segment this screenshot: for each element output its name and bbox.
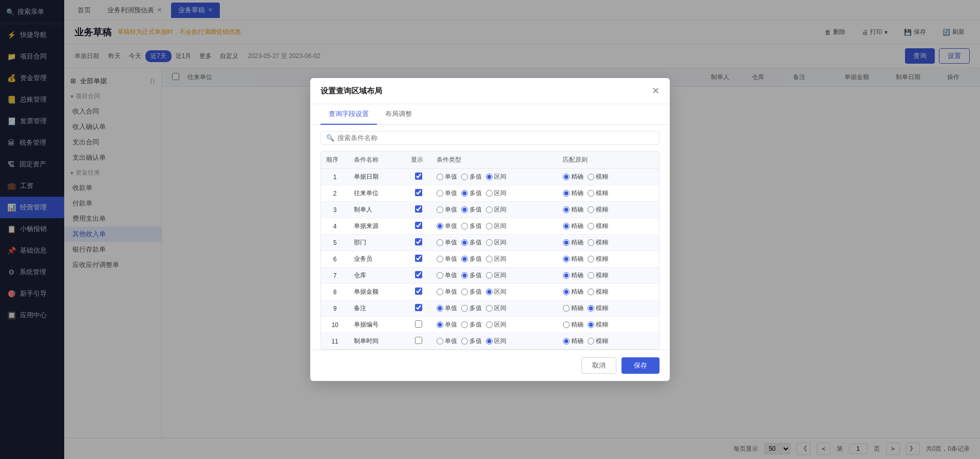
show-checkbox-10[interactable]	[415, 320, 422, 328]
type-radio-区间-3[interactable]: 区间	[486, 205, 506, 214]
type-radio-区间-1[interactable]: 区间	[486, 173, 506, 181]
modal-save-button[interactable]: 保存	[621, 357, 659, 374]
type-radio-单值-5[interactable]: 单值	[437, 238, 457, 247]
match-radio-精确-3[interactable]: 精确	[563, 205, 583, 214]
row-match-7[interactable]: 精确模糊	[558, 267, 659, 284]
row-match-3[interactable]: 精确模糊	[558, 202, 659, 218]
row-match-5[interactable]: 精确模糊	[558, 235, 659, 251]
row-match-9[interactable]: 精确模糊	[558, 300, 659, 317]
match-radio-模糊-9[interactable]: 模糊	[588, 304, 608, 313]
match-radio-精确-8[interactable]: 精确	[563, 288, 583, 296]
row-match-4[interactable]: 精确模糊	[558, 218, 659, 235]
type-radio-单值-1[interactable]: 单值	[437, 173, 457, 181]
type-radio-多值-5[interactable]: 多值	[461, 238, 482, 247]
row-type-11[interactable]: 单值多值区间	[431, 333, 558, 350]
type-radio-单值-6[interactable]: 单值	[437, 255, 457, 263]
row-show-7[interactable]	[406, 267, 431, 284]
match-radio-精确-9[interactable]: 精确	[563, 304, 583, 313]
match-radio-精确-2[interactable]: 精确	[563, 189, 583, 198]
type-radio-单值-4[interactable]: 单值	[437, 222, 457, 231]
show-checkbox-3[interactable]	[415, 205, 422, 213]
row-show-9[interactable]	[406, 300, 431, 317]
modal-tab-layout[interactable]: 布局调整	[377, 104, 420, 125]
row-type-10[interactable]: 单值多值区间	[431, 317, 558, 333]
type-radio-多值-10[interactable]: 多值	[461, 320, 482, 329]
row-match-8[interactable]: 精确模糊	[558, 284, 659, 300]
modal-tab-query-fields[interactable]: 查询字段设置	[321, 104, 377, 125]
type-radio-区间-5[interactable]: 区间	[486, 238, 506, 247]
show-checkbox-6[interactable]	[415, 255, 422, 262]
row-match-10[interactable]: 精确模糊	[558, 317, 659, 333]
type-radio-区间-6[interactable]: 区间	[486, 255, 506, 263]
row-type-4[interactable]: 单值多值区间	[431, 218, 558, 235]
row-type-5[interactable]: 单值多值区间	[431, 235, 558, 251]
modal-close-button[interactable]: ✕	[652, 85, 659, 97]
type-radio-单值-10[interactable]: 单值	[437, 320, 457, 329]
row-match-6[interactable]: 精确模糊	[558, 251, 659, 267]
match-radio-精确-4[interactable]: 精确	[563, 222, 583, 231]
match-radio-精确-11[interactable]: 精确	[563, 337, 583, 346]
show-checkbox-11[interactable]	[415, 337, 422, 344]
match-radio-模糊-5[interactable]: 模糊	[588, 238, 608, 247]
row-show-2[interactable]	[406, 185, 431, 202]
show-checkbox-5[interactable]	[415, 238, 422, 245]
match-radio-模糊-6[interactable]: 模糊	[588, 255, 608, 263]
row-match-1[interactable]: 精确模糊	[558, 169, 659, 185]
row-type-6[interactable]: 单值多值区间	[431, 251, 558, 267]
row-type-9[interactable]: 单值多值区间	[431, 300, 558, 317]
show-checkbox-8[interactable]	[415, 288, 422, 295]
row-type-3[interactable]: 单值多值区间	[431, 202, 558, 218]
row-match-11[interactable]: 精确模糊	[558, 333, 659, 350]
match-radio-模糊-1[interactable]: 模糊	[588, 173, 608, 181]
match-radio-精确-5[interactable]: 精确	[563, 238, 583, 247]
modal-search-input[interactable]	[337, 134, 654, 142]
type-radio-多值-6[interactable]: 多值	[461, 255, 482, 263]
row-type-2[interactable]: 单值多值区间	[431, 185, 558, 202]
type-radio-多值-9[interactable]: 多值	[461, 304, 482, 313]
match-radio-模糊-10[interactable]: 模糊	[588, 320, 608, 329]
type-radio-多值-11[interactable]: 多值	[461, 337, 482, 346]
match-radio-模糊-11[interactable]: 模糊	[588, 337, 608, 346]
type-radio-多值-7[interactable]: 多值	[461, 271, 482, 280]
show-checkbox-1[interactable]	[415, 173, 422, 180]
type-radio-多值-2[interactable]: 多值	[461, 189, 482, 198]
match-radio-模糊-7[interactable]: 模糊	[588, 271, 608, 280]
show-checkbox-9[interactable]	[415, 304, 422, 311]
type-radio-多值-1[interactable]: 多值	[461, 173, 482, 181]
row-show-1[interactable]	[406, 169, 431, 185]
show-checkbox-4[interactable]	[415, 222, 422, 229]
row-type-1[interactable]: 单值多值区间	[431, 169, 558, 185]
match-radio-精确-1[interactable]: 精确	[563, 173, 583, 181]
type-radio-区间-9[interactable]: 区间	[486, 304, 506, 313]
type-radio-单值-9[interactable]: 单值	[437, 304, 457, 313]
row-show-8[interactable]	[406, 284, 431, 300]
type-radio-区间-4[interactable]: 区间	[486, 222, 506, 231]
type-radio-区间-2[interactable]: 区间	[486, 189, 506, 198]
type-radio-区间-11[interactable]: 区间	[486, 337, 506, 346]
type-radio-区间-10[interactable]: 区间	[486, 320, 506, 329]
row-show-5[interactable]	[406, 235, 431, 251]
row-type-8[interactable]: 单值多值区间	[431, 284, 558, 300]
show-checkbox-2[interactable]	[415, 189, 422, 196]
row-show-11[interactable]	[406, 333, 431, 350]
type-radio-单值-3[interactable]: 单值	[437, 205, 457, 214]
type-radio-单值-7[interactable]: 单值	[437, 271, 457, 280]
show-checkbox-7[interactable]	[415, 271, 422, 278]
cancel-button[interactable]: 取消	[581, 357, 616, 374]
match-radio-模糊-8[interactable]: 模糊	[588, 288, 608, 296]
row-show-4[interactable]	[406, 218, 431, 235]
type-radio-单值-11[interactable]: 单值	[437, 337, 457, 346]
type-radio-区间-7[interactable]: 区间	[486, 271, 506, 280]
type-radio-多值-3[interactable]: 多值	[461, 205, 482, 214]
type-radio-单值-2[interactable]: 单值	[437, 189, 457, 198]
type-radio-单值-8[interactable]: 单值	[437, 288, 457, 296]
row-show-10[interactable]	[406, 317, 431, 333]
type-radio-多值-4[interactable]: 多值	[461, 222, 482, 231]
type-radio-区间-8[interactable]: 区间	[486, 288, 506, 296]
match-radio-精确-6[interactable]: 精确	[563, 255, 583, 263]
match-radio-精确-7[interactable]: 精确	[563, 271, 583, 280]
match-radio-模糊-2[interactable]: 模糊	[588, 189, 608, 198]
match-radio-精确-10[interactable]: 精确	[563, 320, 583, 329]
row-show-6[interactable]	[406, 251, 431, 267]
match-radio-模糊-3[interactable]: 模糊	[588, 205, 608, 214]
